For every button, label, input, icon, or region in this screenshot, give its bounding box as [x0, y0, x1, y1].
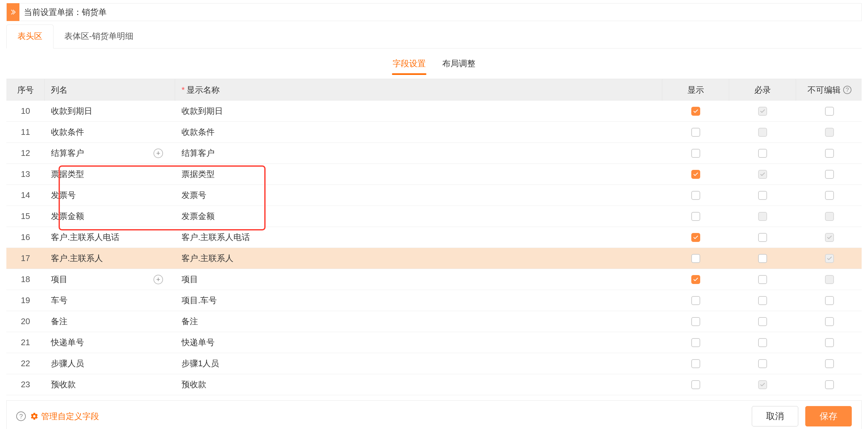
table-row: 19车号项目.车号: [6, 290, 862, 311]
cell-display-name[interactable]: 预收款: [175, 379, 662, 390]
colname-label: 客户.主联系人电话: [51, 232, 119, 243]
checkbox-show[interactable]: [691, 149, 700, 158]
cell-colname: 客户.主联系人: [44, 253, 175, 264]
cancel-button[interactable]: 取消: [752, 406, 798, 426]
cell-required: [729, 317, 796, 326]
fields-table: 序号 列名 *显示名称 显示 必录 不可编辑? 10收款到期日收款到期日11收款…: [6, 79, 862, 395]
tab-header-area[interactable]: 表头区: [6, 25, 54, 49]
cell-index: 16: [6, 232, 44, 242]
cell-display-name[interactable]: 客户.主联系人: [175, 253, 662, 264]
checkbox-readonly[interactable]: [825, 107, 834, 116]
area-tabs: 表头区 表体区-销货单明细: [6, 27, 862, 49]
checkbox-show[interactable]: [691, 317, 700, 326]
checkbox-show[interactable]: [691, 275, 700, 284]
checkbox-readonly[interactable]: [825, 191, 834, 200]
checkbox-readonly: [825, 128, 834, 137]
cell-display-name[interactable]: 发票号: [175, 190, 662, 201]
add-subfield-button[interactable]: +: [153, 275, 163, 284]
cell-display-name[interactable]: 步骤1人员: [175, 358, 662, 369]
checkbox-required[interactable]: [758, 275, 767, 284]
add-subfield-button[interactable]: +: [153, 148, 163, 158]
cell-readonly: [796, 170, 863, 179]
checkbox-required: [758, 128, 767, 137]
checkbox-required[interactable]: [758, 233, 767, 242]
help-icon[interactable]: ?: [843, 86, 851, 94]
checkbox-readonly[interactable]: [825, 380, 834, 389]
checkbox-required[interactable]: [758, 296, 767, 305]
checkbox-required: [758, 170, 767, 179]
checkbox-readonly[interactable]: [825, 317, 834, 326]
cell-index: 14: [6, 190, 44, 200]
cell-display-name[interactable]: 项目.车号: [175, 295, 662, 306]
cell-index: 22: [6, 359, 44, 368]
cell-colname: 发票金额: [44, 211, 175, 222]
checkbox-required[interactable]: [758, 149, 767, 158]
table-row: 22步骤人员步骤1人员: [6, 353, 862, 374]
checkbox-show[interactable]: [691, 128, 700, 137]
tab-body-area[interactable]: 表体区-销货单明细: [54, 25, 144, 48]
cell-readonly: [796, 191, 863, 200]
colname-label: 结算客户: [51, 148, 84, 159]
checkbox-show[interactable]: [691, 170, 700, 179]
colname-wrap: 收款到期日: [51, 106, 169, 117]
cell-display-name[interactable]: 备注: [175, 316, 662, 327]
colname-label: 客户.主联系人: [51, 253, 103, 264]
checkbox-show[interactable]: [691, 380, 700, 389]
checkbox-show[interactable]: [691, 233, 700, 242]
cell-display-name[interactable]: 收款到期日: [175, 106, 662, 117]
cell-display-name[interactable]: 发票金额: [175, 211, 662, 222]
cell-display-name[interactable]: 项目: [175, 274, 662, 285]
save-button[interactable]: 保存: [805, 406, 852, 426]
expand-toggle-button[interactable]: [7, 3, 20, 21]
checkbox-readonly[interactable]: [825, 338, 834, 347]
cell-display-name[interactable]: 票据类型: [175, 169, 662, 180]
colname-label: 发票号: [51, 190, 76, 201]
cell-display-name[interactable]: 收款条件: [175, 126, 662, 138]
colname-label: 车号: [51, 295, 67, 306]
cell-readonly: [796, 317, 863, 326]
checkbox-show[interactable]: [691, 359, 700, 368]
cell-colname: 客户.主联系人电话: [44, 232, 175, 243]
checkbox-show[interactable]: [691, 107, 700, 116]
checkbox-show[interactable]: [691, 254, 700, 263]
required-star-icon: *: [182, 85, 185, 95]
cell-display-name[interactable]: 快递单号: [175, 337, 662, 348]
cell-readonly: [796, 380, 863, 389]
cell-readonly: [796, 275, 863, 284]
checkbox-required[interactable]: [758, 191, 767, 200]
checkbox-readonly[interactable]: [825, 359, 834, 368]
cell-readonly: [796, 338, 863, 347]
table-header: 序号 列名 *显示名称 显示 必录 不可编辑?: [6, 79, 862, 101]
checkbox-readonly: [825, 275, 834, 284]
checkbox-show[interactable]: [691, 212, 700, 221]
checkbox-readonly[interactable]: [825, 170, 834, 179]
checkbox-required[interactable]: [758, 317, 767, 326]
colname-wrap: 快递单号: [51, 337, 169, 348]
subtab-layout-adjust[interactable]: 布局调整: [442, 55, 476, 75]
table-row: 16客户.主联系人电话客户.主联系人电话: [6, 227, 862, 248]
manage-custom-fields-link[interactable]: 管理自定义字段: [30, 411, 99, 422]
checkbox-show[interactable]: [691, 338, 700, 347]
subtab-field-settings[interactable]: 字段设置: [392, 55, 426, 75]
col-colname: 列名: [44, 79, 175, 101]
col-display-name-label: 显示名称: [187, 84, 220, 96]
cell-display-name[interactable]: 客户.主联系人电话: [175, 232, 662, 243]
checkbox-show[interactable]: [691, 191, 700, 200]
cell-index: 13: [6, 169, 44, 179]
checkbox-required[interactable]: [758, 359, 767, 368]
colname-label: 票据类型: [51, 169, 84, 180]
checkbox-required[interactable]: [758, 338, 767, 347]
checkbox-show[interactable]: [691, 296, 700, 305]
colname-label: 收款到期日: [51, 106, 92, 117]
cell-required: [729, 191, 796, 200]
question-icon[interactable]: ?: [16, 411, 26, 421]
checkbox-readonly[interactable]: [825, 149, 834, 158]
cell-required: [729, 296, 796, 305]
cell-colname: 项目+: [44, 274, 175, 285]
checkbox-readonly[interactable]: [825, 296, 834, 305]
checkbox-required[interactable]: [758, 254, 767, 263]
colname-wrap: 客户.主联系人电话: [51, 232, 169, 243]
cell-display-name[interactable]: 结算客户: [175, 148, 662, 159]
cell-required: [729, 212, 796, 221]
gear-icon: [30, 412, 38, 420]
